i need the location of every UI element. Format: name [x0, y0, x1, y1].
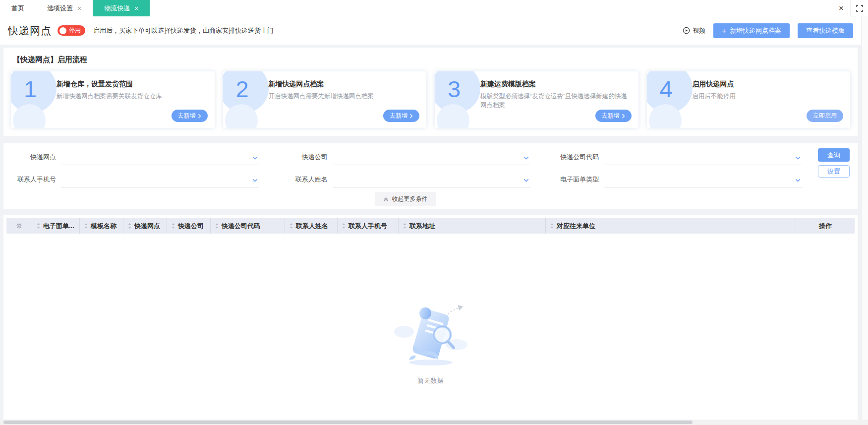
column-label: 联系地址	[409, 222, 435, 231]
add-outlet-label: 新增快递网点档案	[730, 26, 781, 35]
status-toggle-disabled[interactable]: 停用	[58, 25, 85, 36]
table-column-header[interactable]: 对应往来单位	[546, 218, 796, 234]
sort-icon	[36, 223, 41, 229]
field-label: 电子面单类型	[551, 175, 599, 187]
chevron-right-icon	[622, 114, 625, 119]
body-row: 快递网点 停用 启用后，买家下单可以选择快递发货，由商家安排快递送货上门 视频 …	[0, 16, 868, 420]
outlet-table-panel: 电子面单... 模板名称 快递网点 快递公司 快递公司代码 联系人姓名 联系人手…	[3, 215, 858, 420]
horizontal-scrollbar-thumb[interactable]	[3, 421, 693, 424]
table-column-header[interactable]: 电子面单...	[32, 218, 80, 234]
step-action-button[interactable]: 立即启用	[807, 110, 843, 122]
chevron-down-icon[interactable]	[523, 155, 529, 161]
flow-step-card: 2 新增快递网点档案 开启快递网点需要先新增快递网点档案 去新增	[223, 71, 427, 128]
flow-step-card: 4 启用快递网点 启用后不能停用 立即启用	[647, 71, 851, 128]
step-number: 3	[448, 75, 461, 103]
step-description: 新增快递网点档案需要关联发货仓仓库	[57, 92, 208, 101]
fullscreen-icon[interactable]	[850, 0, 868, 16]
search-field: 联系人手机号	[8, 171, 259, 187]
table-column-header[interactable]: 快递网点	[123, 218, 167, 234]
fullscreen-glyph	[856, 5, 863, 12]
column-settings-button[interactable]	[6, 218, 32, 234]
chevron-down-icon[interactable]	[252, 177, 258, 183]
column-label: 操作	[819, 222, 832, 231]
step-title: 新增快递网点档案	[269, 80, 420, 89]
app-window: 首页 选项设置 × 物流快递 × × 快递网点 停用	[0, 0, 868, 425]
step-action-button[interactable]: 去新增	[383, 110, 419, 122]
tab-home[interactable]: 首页	[0, 0, 36, 16]
video-link[interactable]: 视频	[683, 26, 705, 35]
table-column-header[interactable]: 快递公司代码	[211, 218, 285, 234]
flow-step-card: 1 新增仓库，设置发货范围 新增快递网点档案需要关联发货仓仓库 去新增	[11, 71, 215, 128]
chevron-down-icon[interactable]	[795, 177, 801, 183]
table-column-header[interactable]: 快递公司	[167, 218, 211, 234]
field-input[interactable]	[333, 175, 531, 186]
table-column-header[interactable]: 联系人姓名	[285, 218, 338, 234]
tab-bar: 首页 选项设置 × 物流快递 × ×	[0, 0, 868, 16]
column-label: 对应往来单位	[557, 222, 595, 231]
search-field: 快递网点	[8, 149, 259, 165]
step-action-button[interactable]: 去新增	[595, 110, 632, 122]
step-title: 新增仓库，设置发货范围	[57, 80, 208, 89]
tab-logistics-express[interactable]: 物流快递 ×	[93, 0, 150, 16]
table-column-header[interactable]: 模板名称	[80, 218, 123, 234]
vertical-scrollbar[interactable]	[861, 16, 868, 420]
empty-text: 暂无数据	[418, 376, 444, 385]
tabbar-spacer	[150, 0, 832, 16]
toggle-knob	[59, 27, 66, 34]
search-buttons: 查询 设置	[818, 148, 850, 178]
step-action-label: 立即启用	[813, 112, 837, 120]
step-action-label: 去新增	[602, 112, 620, 120]
column-label: 模板名称	[91, 222, 116, 231]
field-underline	[333, 174, 531, 187]
table-column-header[interactable]: 联系地址	[399, 218, 546, 234]
tab-label: 物流快递	[104, 4, 130, 13]
table-column-header[interactable]: 联系人手机号	[338, 218, 399, 234]
table-column-header[interactable]: 操作	[796, 218, 855, 234]
sort-icon	[342, 223, 346, 229]
horizontal-scrollbar	[0, 420, 868, 425]
step-description: 开启快递网点需要先新增快递网点档案	[269, 92, 420, 101]
field-underline	[604, 174, 802, 187]
step-title: 启用快递网点	[693, 80, 844, 89]
step-action-label: 去新增	[390, 112, 407, 120]
view-template-button[interactable]: 查看快递模版	[798, 23, 853, 38]
collapse-label: 收起更多条件	[392, 195, 428, 203]
collapse-conditions-button[interactable]: 收起更多条件	[375, 192, 436, 206]
tab-option-settings[interactable]: 选项设置 ×	[36, 0, 93, 16]
add-outlet-button[interactable]: + 新增快递网点档案	[713, 23, 790, 38]
window-controls: ×	[832, 0, 868, 16]
search-form: 快递网点 快递公司 快递公司代码 联系人手机号	[8, 149, 802, 187]
field-input[interactable]	[61, 175, 259, 186]
field-input[interactable]	[333, 152, 531, 164]
close-icon[interactable]: ×	[832, 0, 850, 16]
status-badge-label: 停用	[69, 26, 81, 35]
field-input[interactable]	[604, 175, 802, 186]
step-number: 2	[236, 75, 249, 103]
close-icon[interactable]: ×	[134, 5, 138, 12]
chevron-down-icon[interactable]	[795, 155, 801, 161]
page-description: 启用后，买家下单可以选择快递发货，由商家安排快递送货上门	[93, 26, 274, 35]
play-circle-icon	[683, 27, 690, 34]
chevron-down-icon[interactable]	[252, 155, 258, 161]
column-label: 快递公司代码	[222, 222, 260, 231]
search-field: 快递公司	[280, 149, 531, 165]
sort-icon	[84, 223, 88, 229]
double-chevron-up-icon	[383, 196, 389, 202]
column-label: 联系人手机号	[348, 222, 387, 231]
chevron-down-icon[interactable]	[523, 177, 529, 183]
field-underline	[333, 151, 531, 165]
field-input[interactable]	[604, 152, 802, 164]
page-header: 快递网点 停用 启用后，买家下单可以选择快递发货，由商家安排快递送货上门 视频 …	[0, 16, 861, 45]
query-button[interactable]: 查询	[818, 148, 850, 162]
header-actions: 视频 + 新增快递网点档案 查看快递模版	[683, 23, 853, 38]
field-input[interactable]	[61, 152, 259, 164]
field-label: 快递网点	[8, 153, 56, 165]
settings-button[interactable]: 设置	[818, 165, 850, 178]
step-action-button[interactable]: 去新增	[172, 110, 208, 122]
field-underline	[61, 151, 259, 165]
tab-label: 首页	[11, 4, 24, 13]
sort-icon	[127, 223, 132, 229]
step-description: 启用后不能停用	[693, 92, 844, 101]
close-icon[interactable]: ×	[77, 5, 81, 12]
chevron-right-icon	[409, 114, 413, 119]
